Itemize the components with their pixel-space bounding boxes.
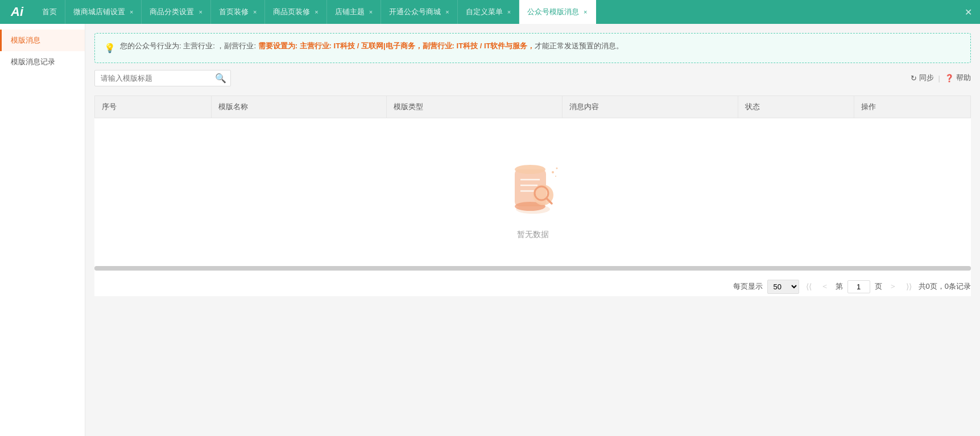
notice-box: 💡 您的公众号行业为: 主营行业: ，副营行业: 需要设置为: 主营行业: IT…	[94, 33, 971, 63]
svg-point-2	[515, 165, 545, 174]
sidebar: 模版消息模版消息记录	[0, 24, 85, 436]
nav-tab-label: 公众号模版消息	[527, 7, 579, 17]
nav-tab-商品分类设置[interactable]: 商品分类设置×	[142, 0, 210, 24]
table-header-row: 序号模版名称模版类型消息内容状态操作	[95, 95, 971, 118]
scrollbar-row	[94, 263, 971, 274]
bulb-icon: 💡	[104, 41, 115, 56]
scrollbar-thumb[interactable]	[94, 266, 971, 271]
search-button[interactable]: 🔍	[215, 73, 226, 84]
page-unit: 页	[875, 281, 882, 292]
main-layout: 模版消息模版消息记录 💡 您的公众号行业为: 主营行业: ，副营行业: 需要设置…	[0, 24, 980, 436]
sidebar-item-模版消息记录[interactable]: 模版消息记录	[0, 51, 85, 73]
nav-tab-close[interactable]: ×	[507, 9, 511, 15]
nav-tab-label: 店铺主题	[335, 7, 365, 17]
search-wrap: 🔍	[94, 70, 231, 86]
nav-tab-label: 商品页装修	[273, 7, 310, 17]
per-page-select[interactable]: 50 20 100	[767, 280, 799, 294]
sync-label: 同步	[919, 73, 934, 83]
nav-tab-label: 首页装修	[219, 7, 249, 17]
table-col-操作: 操作	[854, 95, 971, 118]
search-input[interactable]	[94, 70, 231, 86]
main-content: 💡 您的公众号行业为: 主营行业: ，副营行业: 需要设置为: 主营行业: IT…	[85, 24, 980, 436]
notice-text: 您的公众号行业为: 主营行业: ，副营行业: 需要设置为: 主营行业: IT科技…	[120, 40, 623, 52]
last-page-button[interactable]: ⟩⟩	[904, 281, 914, 292]
nav-tab-label: 自定义菜单	[466, 7, 503, 17]
nav-tab-首页[interactable]: 首页	[34, 0, 65, 24]
scrollbar-track[interactable]	[94, 266, 971, 271]
nav-tab-close[interactable]: ×	[130, 9, 133, 15]
svg-point-10	[552, 171, 554, 173]
first-page-button[interactable]: ⟨⟨	[804, 281, 814, 292]
nav-tab-label: 微商城店铺设置	[73, 7, 125, 17]
nav-tab-label: 首页	[42, 7, 57, 17]
table-body: 暂无数据	[95, 118, 971, 263]
table-col-模版类型: 模版类型	[387, 95, 563, 118]
nav-tab-自定义菜单[interactable]: 自定义菜单×	[458, 0, 519, 24]
toolbar: 🔍 ↻ 同步 | ❓ 帮助	[94, 70, 971, 86]
nav-tab-商品页装修[interactable]: 商品页装修×	[265, 0, 326, 24]
data-table: 序号模版名称模版类型消息内容状态操作	[94, 95, 971, 263]
top-navbar: Ai 首页微商城店铺设置×商品分类设置×首页装修×商品页装修×店铺主题×开通公众…	[0, 0, 980, 24]
sidebar-item-模版消息[interactable]: 模版消息	[0, 30, 85, 51]
nav-tabs: 首页微商城店铺设置×商品分类设置×首页装修×商品页装修×店铺主题×开通公众号商城…	[34, 0, 956, 24]
sync-icon: ↻	[911, 74, 917, 82]
nav-tab-开通公众号商城[interactable]: 开通公众号商城×	[381, 0, 457, 24]
page-input[interactable]	[847, 280, 870, 293]
toolbar-right: ↻ 同步 | ❓ 帮助	[911, 73, 971, 83]
svg-point-11	[556, 167, 557, 169]
table-header: 序号模版名称模版类型消息内容状态操作	[95, 95, 971, 118]
empty-state: 暂无数据	[95, 118, 971, 263]
table-col-消息内容: 消息内容	[563, 95, 738, 118]
nav-tab-close[interactable]: ×	[584, 9, 587, 15]
nav-tab-label: 商品分类设置	[150, 7, 194, 17]
app-logo: Ai	[0, 0, 34, 24]
nav-tab-close[interactable]: ×	[253, 9, 257, 15]
help-icon: ❓	[945, 74, 954, 82]
pagination: 每页显示 50 20 100 ⟨⟨ ＜ 第 页 ＞ ⟩⟩ 共0页，0条记录	[94, 274, 971, 296]
svg-point-12	[555, 176, 556, 177]
table-col-模版名称: 模版名称	[211, 95, 387, 118]
per-page-label: 每页显示	[733, 281, 763, 292]
help-button[interactable]: ❓ 帮助	[945, 73, 971, 83]
toolbar-divider: |	[938, 74, 940, 82]
table-empty-row: 暂无数据	[95, 118, 971, 263]
table-col-序号: 序号	[95, 95, 212, 118]
prev-page-button[interactable]: ＜	[818, 280, 831, 293]
nav-tab-label: 开通公众号商城	[389, 7, 441, 17]
nav-tab-首页装修[interactable]: 首页装修×	[211, 0, 265, 24]
nav-tab-微商城店铺设置[interactable]: 微商城店铺设置×	[65, 0, 142, 24]
empty-text: 暂无数据	[517, 230, 549, 240]
help-label: 帮助	[956, 73, 971, 83]
nav-tab-店铺主题[interactable]: 店铺主题×	[327, 0, 381, 24]
nav-tab-公众号模版消息[interactable]: 公众号模版消息×	[519, 0, 596, 24]
table-wrapper: 序号模版名称模版类型消息内容状态操作	[94, 95, 971, 296]
total-label: 共0页，0条记录	[919, 281, 971, 292]
empty-illustration	[499, 152, 567, 221]
nav-tab-close[interactable]: ×	[199, 9, 202, 15]
window-close-button[interactable]: ✕	[956, 0, 980, 24]
nav-tab-close[interactable]: ×	[445, 9, 449, 15]
nav-tab-close[interactable]: ×	[315, 9, 318, 15]
nav-tab-close[interactable]: ×	[369, 9, 373, 15]
table-col-状态: 状态	[738, 95, 854, 118]
page-label: 第	[836, 281, 843, 292]
next-page-button[interactable]: ＞	[887, 280, 899, 293]
sync-button[interactable]: ↻ 同步	[911, 73, 934, 83]
